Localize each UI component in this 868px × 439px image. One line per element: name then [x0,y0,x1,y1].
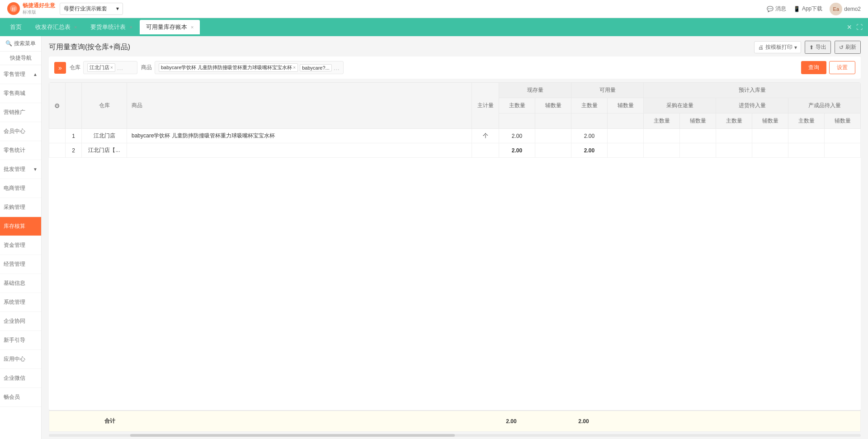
th-purchase-in-subgroup: 进货待入量 [716,98,788,113]
row1-avail-main: 2.00 [571,129,608,143]
industry-selector[interactable]: 母婴行业演示账套 ▾ [60,3,123,15]
scroll-thumb[interactable] [130,434,455,437]
th-avail-main: 主数量 [571,98,608,113]
tab-order-stats-close[interactable]: × [129,24,132,30]
app-download-button[interactable]: 📱 App下载 [793,5,822,13]
content-area: 可用量查询(按仓库+商品) 🖨 按模板打印 ▾ ⬆ 导出 ↺ 刷新 [42,36,868,439]
th-available-group: 可用量 [571,83,644,98]
tab-order-stats[interactable]: 要货单统计表 × [84,20,138,34]
warehouse-filter-input[interactable]: 江北门店 × ... [83,61,137,74]
footer-label: 合计 [87,415,132,428]
row1-avail-aux [608,129,644,143]
tab-available-stock[interactable]: 可用量库存账本 × [140,20,200,34]
tab-order-stats-label: 要货单统计表 [90,23,126,31]
th-warehouse: 仓库 [82,83,127,129]
sidebar-item-member-label: 畅会员 [4,393,20,401]
page-header: 可用量查询(按仓库+商品) 🖨 按模板打印 ▾ ⬆ 导出 ↺ 刷新 [42,36,868,57]
tab-home-label: 首页 [10,23,22,31]
chevron-icon: ▲ [33,72,38,77]
main-layout: 🔍 搜索菜单 快捷导航 零售管理 ▲ 零售商城 营销推广 会员中心 零售统计 批… [0,36,868,439]
template-print-label: 按模板打印 [765,43,793,51]
query-button[interactable]: 查询 [801,61,826,74]
dropdown-icon: ▾ [794,44,797,51]
warehouse-tag-value: 江北门店 [90,64,109,71]
sidebar-item-member[interactable]: 畅会员 [0,388,41,407]
avatar: Ea [830,3,842,15]
th-in-main: 主数量 [716,113,752,129]
scroll-track [49,434,861,437]
filter-action-buttons: 查询 设置 [801,61,855,74]
close-all-tabs[interactable]: × [845,21,854,34]
filter-toggle-button[interactable]: » [54,62,66,74]
th-product: 商品 [127,83,472,129]
row1-stock-main: 2.00 [499,129,535,143]
sidebar-item-retail-mall[interactable]: 零售商城 [0,84,41,103]
gear-icon[interactable]: ⚙ [54,102,60,109]
footer-stock-main: 2.00 [493,418,529,425]
sidebar-item-wechat[interactable]: 企业微信 [0,369,41,388]
row2-avail-main: 2.00 [571,143,608,158]
horizontal-scrollbar[interactable] [42,432,868,439]
top-bar-left: 好 畅捷通好生意 标准版 母婴行业演示账套 ▾ [7,2,123,15]
sidebar-item-business-mgmt[interactable]: 经营管理 [0,255,41,274]
sidebar-item-ecommerce[interactable]: 电商管理 [0,179,41,198]
sidebar-item-marketing[interactable]: 营销推广 [0,103,41,122]
sidebar-item-purchase[interactable]: 采购管理 [0,198,41,217]
sidebar-item-app-center[interactable]: 应用中心 [0,350,41,369]
tab-stock-summary-close[interactable]: × [74,24,77,30]
print-icon: 🖨 [758,44,764,51]
sidebar-item-enterprise[interactable]: 企业协同 [0,312,41,331]
sidebar-item-ecommerce-label: 电商管理 [4,184,25,192]
logo-area: 好 畅捷通好生意 标准版 [7,2,55,15]
sidebar-item-wholesale-mgmt[interactable]: 批发管理 ▼ [0,160,41,179]
th-production-subgroup: 产成品待入量 [788,98,861,113]
sidebar-item-wechat-label: 企业微信 [4,374,25,382]
sidebar-item-retail-mgmt[interactable]: 零售管理 ▲ [0,65,41,84]
th-in-aux: 辅数量 [752,113,788,129]
nav-tabs: 首页 收发存汇总表 × 要货单统计表 × 可用量库存账本 × × ⛶ [0,18,868,36]
user-profile[interactable]: Ea demo2 [830,3,861,15]
th-a-aux [608,113,644,129]
row1-setting [49,129,66,143]
sidebar-item-member-center[interactable]: 会员中心 [0,122,41,141]
row2-pur-main [644,143,680,158]
sidebar-item-inventory-label: 库存核算 [4,222,25,230]
refresh-button[interactable]: ↺ 刷新 [835,41,861,54]
settings-button[interactable]: 设置 [829,61,855,74]
logo-icon: 好 [7,2,20,15]
template-print-button[interactable]: 🖨 按模板打印 ▾ [754,41,801,53]
export-icon: ⬆ [809,44,814,51]
svg-text:好: 好 [12,7,16,11]
th-avail-aux: 辅数量 [608,98,644,113]
th-stock-aux: 辅数量 [535,98,571,113]
row1-prod-aux [825,129,861,143]
sidebar: 🔍 搜索菜单 快捷导航 零售管理 ▲ 零售商城 营销推广 会员中心 零售统计 批… [0,36,42,439]
sidebar-item-business-mgmt-label: 经营管理 [4,260,25,268]
sidebar-item-basic-info-label: 基础信息 [4,279,25,287]
sidebar-search[interactable]: 🔍 搜索菜单 [0,36,41,52]
row2-avail-aux [608,143,644,158]
product-filter-input[interactable]: babycare学饮杯 儿童防摔防撞吸管杯重力球吸嘴杯宝宝水杯 × babyca… [155,61,344,74]
message-button[interactable]: 💬 消息 [767,5,786,13]
expand-icon[interactable]: ⛶ [854,22,864,33]
tab-home[interactable]: 首页 [4,20,28,34]
sidebar-search-label: 搜索菜单 [14,40,36,47]
tab-available-stock-close[interactable]: × [191,24,193,30]
sidebar-item-retail-mgmt-label: 零售管理 [4,71,25,78]
sidebar-quick-nav[interactable]: 快捷导航 [0,52,41,65]
sidebar-item-enterprise-label: 企业协同 [4,317,25,325]
warehouse-tag-remove[interactable]: × [110,65,113,70]
export-button[interactable]: ⬆ 导出 [805,41,831,54]
sidebar-item-finance[interactable]: 资金管理 [0,236,41,255]
row2-warehouse: 江北门店【... [82,143,127,158]
sidebar-item-newbie[interactable]: 新手引导 [0,331,41,350]
tab-stock-summary[interactable]: 收发存汇总表 × [29,20,83,34]
sidebar-item-retail-stats-label: 零售统计 [4,146,25,154]
product-tag-1-remove[interactable]: × [293,65,296,70]
th-s-aux [535,113,571,129]
sidebar-item-inventory[interactable]: 库存核算 [0,217,41,236]
sidebar-item-basic-info[interactable]: 基础信息 [0,274,41,293]
sidebar-item-retail-stats[interactable]: 零售统计 [0,141,41,160]
sidebar-item-system-mgmt[interactable]: 系统管理 [0,293,41,312]
th-purchase-subgroup: 采购在途量 [644,98,716,113]
